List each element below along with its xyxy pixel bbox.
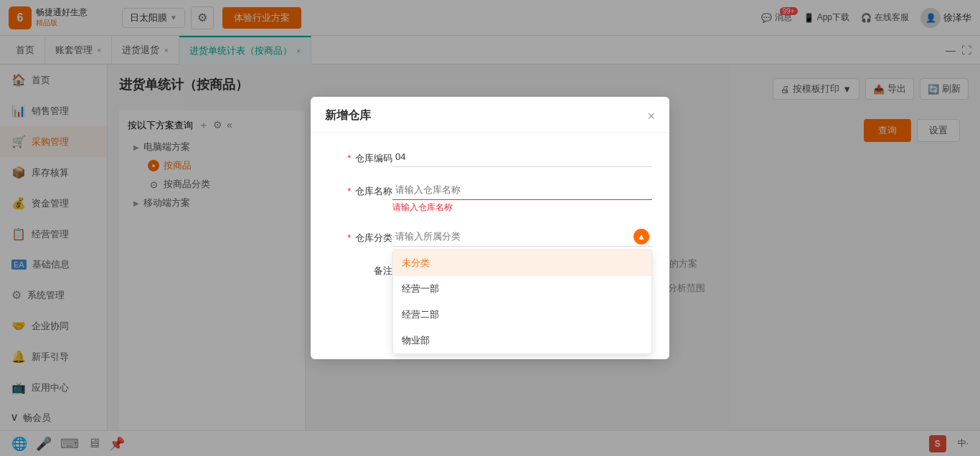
- name-error-msg: 请输入仓库名称: [392, 201, 652, 214]
- category-control: ▲ 未分类 经营一部 经营二部 物业部: [392, 227, 652, 247]
- add-warehouse-dialog: 新增仓库 × * 仓库编码 * 仓库名称: [311, 97, 669, 359]
- modal-overlay: 新增仓库 × * 仓库编码 * 仓库名称: [0, 0, 980, 456]
- name-control: 请输入仓库名称: [392, 180, 652, 214]
- category-dropdown-toggle[interactable]: ▲: [633, 229, 649, 244]
- warehouse-name-input[interactable]: [392, 180, 652, 200]
- form-row-category: * 仓库分类 ▲ 未分类 经营一部 经营二部 物业部: [328, 227, 652, 247]
- note-label: 备注: [328, 260, 392, 277]
- form-row-code: * 仓库编码: [328, 147, 652, 167]
- dropdown-item-0[interactable]: 未分类: [393, 250, 651, 276]
- chevron-up-icon: ▲: [637, 232, 646, 242]
- dialog-header: 新增仓库 ×: [311, 97, 669, 133]
- dialog-body: * 仓库编码 * 仓库名称 请输入仓库名称: [311, 133, 669, 312]
- warehouse-code-input[interactable]: [392, 147, 652, 167]
- warehouse-category-input[interactable]: [392, 227, 652, 247]
- name-label: * 仓库名称: [328, 180, 392, 198]
- dropdown-item-3[interactable]: 物业部: [393, 328, 651, 353]
- dialog-title: 新增仓库: [325, 108, 371, 123]
- category-label: * 仓库分类: [328, 227, 392, 244]
- dropdown-item-2[interactable]: 经营二部: [393, 302, 651, 328]
- category-dropdown-list: 未分类 经营一部 经营二部 物业部: [392, 250, 652, 354]
- code-label: * 仓库编码: [328, 147, 392, 165]
- dialog-close-button[interactable]: ×: [647, 110, 655, 123]
- dropdown-item-1[interactable]: 经营一部: [393, 276, 651, 302]
- code-control: [392, 147, 652, 167]
- form-row-name: * 仓库名称 请输入仓库名称: [328, 180, 652, 214]
